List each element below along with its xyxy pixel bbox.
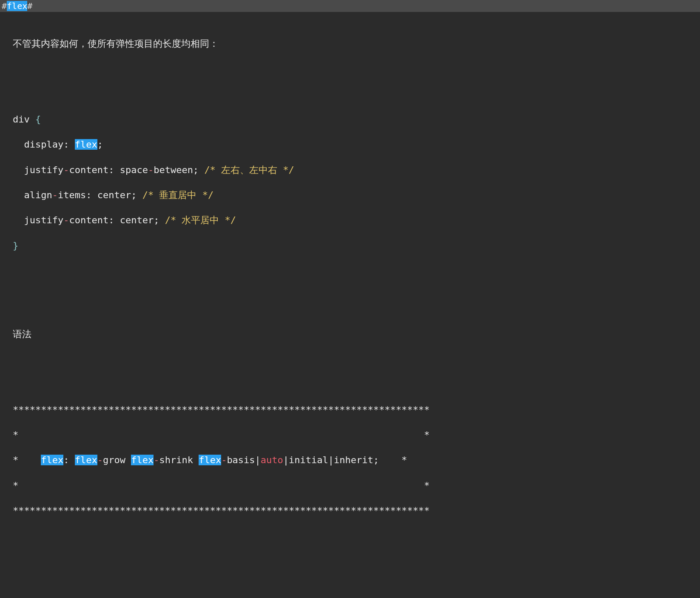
code-line: } <box>13 239 687 252</box>
title-bar: #flex# <box>0 0 700 12</box>
code-line: display: flex; <box>13 138 687 151</box>
hash-icon: # <box>27 1 32 11</box>
blank-line <box>13 542 687 555</box>
syntax-heading: 语法 <box>13 328 687 341</box>
box-content: * flex: flex-grow flex-shrink flex-basis… <box>13 454 687 467</box>
code-line: align-items: center; /* 垂直居中 */ <box>13 189 687 202</box>
blank-line <box>13 277 687 290</box>
search-highlight: flex <box>7 1 27 11</box>
blank-line <box>13 63 687 75</box>
box-side: * * <box>13 479 687 492</box>
code-line: justify-content: center; /* 水平居中 */ <box>13 214 687 227</box>
blank-line <box>13 353 687 366</box>
blank-line <box>13 302 687 315</box>
box-side: * * <box>13 429 687 441</box>
hash-icon: # <box>2 1 7 11</box>
code-line: justify-content: space-between; /* 左右、左中… <box>13 164 687 177</box>
code-line: div { <box>13 113 687 126</box>
box-border: ****************************************… <box>13 504 687 517</box>
box-border: ****************************************… <box>13 404 687 416</box>
hr-line: ----------------------------------------… <box>13 593 687 598</box>
intro-text: 不管其内容如何，使所有弹性项目的长度均相同： <box>13 37 687 50</box>
editor-area[interactable]: 不管其内容如何，使所有弹性项目的长度均相同： div { display: fl… <box>0 12 700 598</box>
